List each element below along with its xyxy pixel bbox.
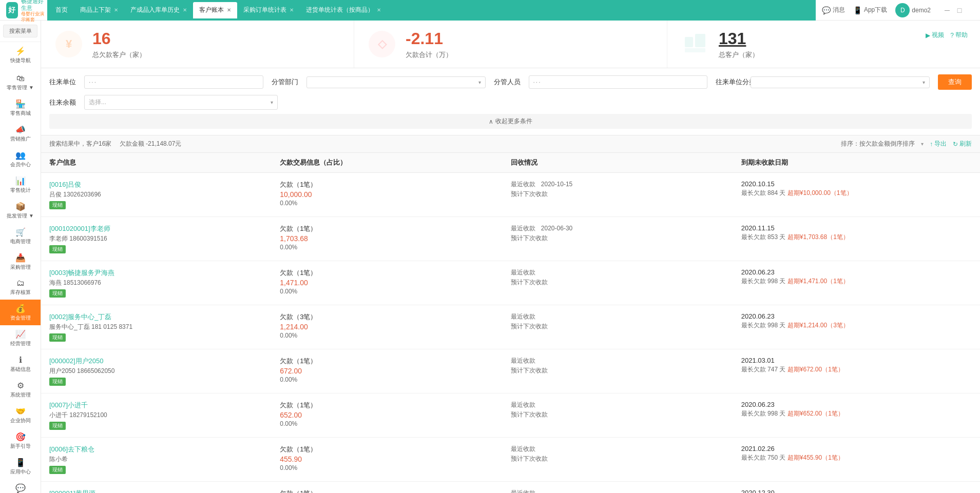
app-download-btn[interactable]: 📱 App下载 — [853, 6, 887, 14]
sort-chevron[interactable]: ▾ — [921, 141, 924, 147]
summary-cards: ¥ 16 总欠款客户（家） ◇ — [41, 21, 980, 68]
due-cell-5: 2020.06.23 最长欠款 998 天 超期¥652.00（1笔） — [741, 401, 972, 418]
overdue-link-4[interactable]: 超期¥672.00（1笔） — [787, 366, 844, 373]
next-collect-2: 预计下次收款 — [511, 278, 741, 287]
total-customers-value: 131 — [719, 29, 759, 48]
debt-amount-1[interactable]: 1,703.68 — [280, 234, 510, 243]
debt-amount-4[interactable]: 672.00 — [280, 367, 510, 375]
table-row: [0007]小进千 小进千 18279152100 现销 欠款（1笔） 652.… — [41, 393, 980, 438]
customer-name-5[interactable]: [0007]小进千 — [49, 401, 280, 410]
debt-amount-6[interactable]: 455.90 — [280, 455, 510, 463]
tab-close-purchase[interactable]: ✕ — [290, 7, 294, 13]
customer-name-0[interactable]: [0016]吕俊 — [49, 180, 280, 189]
from-unit-input[interactable]: ··· — [84, 75, 263, 89]
search-menu-btn[interactable]: 搜索菜单 — [3, 25, 37, 37]
tab-close-products[interactable]: ✕ — [114, 7, 118, 13]
retail-stats-icon: 📊 — [15, 176, 26, 186]
sidebar-item-purchase[interactable]: 📥 采购管理 — [0, 249, 41, 274]
overdue-link-2[interactable]: 超期¥1,471.00（1笔） — [787, 278, 849, 285]
sidebar-item-nav[interactable]: ⚡ 快捷导航 — [0, 42, 41, 68]
customer-phone-2: 海燕 18513066976 — [49, 279, 280, 287]
sidebar-item-retail-mall[interactable]: 🏪 零售商城 — [0, 95, 41, 121]
overdue-link-1[interactable]: 超期¥1,703.68（1笔） — [787, 233, 849, 241]
tab-production[interactable]: 产成品入库单历史 ✕ — [124, 2, 193, 18]
debt-amount-5[interactable]: 652.00 — [280, 411, 510, 419]
customer-name-4[interactable]: [000002]用户2050 — [49, 357, 280, 366]
person-input[interactable]: ··· — [529, 75, 708, 89]
collapse-more-btn[interactable]: ∧ 收起更多条件 — [49, 114, 972, 129]
tab-close-customer[interactable]: ✕ — [227, 7, 231, 13]
tab-customer-account[interactable]: 客户账本 ✕ — [193, 2, 237, 18]
svg-text:¥: ¥ — [66, 37, 72, 50]
card-top-links: ▶ 视频 ? 帮助 — [926, 31, 968, 40]
sidebar-item-marketing[interactable]: 📣 营销推广 — [0, 121, 41, 146]
customer-phone-0: 吕俊 13026203696 — [49, 190, 280, 199]
debt-amount-3[interactable]: 1,214.00 — [280, 323, 510, 331]
search-button[interactable]: 查询 — [938, 74, 972, 90]
overdue-link-5[interactable]: 超期¥652.00（1笔） — [787, 410, 844, 417]
sidebar-item-retail-stats[interactable]: 📊 零售统计 — [0, 172, 41, 198]
table-row: [0002]服务中心_丁磊 服务中心_丁磊 181 0125 8371 现销 欠… — [41, 305, 980, 349]
tab-purchase-stats[interactable]: 进货单统计表（按商品） ✕ — [300, 2, 387, 18]
sidebar-item-wholesale[interactable]: 📦 批发管理 ▼ — [0, 198, 41, 223]
sidebar-item-guide[interactable]: 🎯 新手引导 — [0, 428, 41, 453]
maximize-btn[interactable]: □ — [955, 6, 964, 14]
debt-percent-2: 0.00% — [280, 288, 510, 295]
dept-label: 分管部门 — [272, 77, 302, 87]
total-debt-label: 欠款合计（万） — [406, 50, 452, 60]
sidebar-item-system[interactable]: ⚙ 系统管理 — [0, 377, 41, 402]
overdue-info-1: 最长欠款 853 天 超期¥1,703.68（1笔） — [741, 233, 972, 242]
tab-products[interactable]: 商品上下架 ✕ — [74, 2, 124, 18]
sidebar-item-apps[interactable]: 📱 应用中心 — [0, 453, 41, 479]
sidebar-item-retail-mgmt[interactable]: 🛍 零售管理 ▼ — [0, 70, 41, 95]
export-btn[interactable]: ↑ 导出 — [930, 140, 947, 148]
debt-cell-5: 欠款（1笔） 652.00 0.00% — [280, 401, 510, 427]
user-menu[interactable]: D demo2 — [895, 3, 931, 17]
customer-phone-6: 陈小希 — [49, 455, 280, 464]
minimize-btn[interactable]: ─ — [943, 6, 951, 14]
tab-purchase-order[interactable]: 采购订单统计表 ✕ — [237, 2, 300, 18]
sort-label: 排序：按欠款金额倒序排序 — [841, 140, 915, 148]
unit-category-select[interactable]: ▾ — [751, 76, 930, 88]
filter-area: 往来单位 ··· 分管部门 ▾ 分管人员 — [41, 68, 980, 135]
sidebar-item-wechat[interactable]: 💬 企业微信 — [0, 479, 41, 493]
table-row: [0006]去下粮仓 陈小希 现销 欠款（1笔） 455.90 0.00% 最近… — [41, 438, 980, 482]
sidebar-item-finance[interactable]: 💰 资金管理 — [0, 300, 41, 325]
customer-name-1[interactable]: [0001020001]李老师 — [49, 224, 280, 233]
refresh-btn[interactable]: ↻ 刷新 — [953, 140, 972, 148]
customer-name-2[interactable]: [0003]畅捷服务尹海燕 — [49, 268, 280, 278]
dept-select[interactable]: ▾ — [306, 76, 486, 88]
help-link[interactable]: ? 帮助 — [950, 31, 968, 40]
due-date-6: 2021.02.26 — [741, 445, 972, 452]
table-header: 客户信息 欠款交易信息（占比） 回收情况 到期未收款日期 — [41, 153, 980, 173]
message-btn[interactable]: 💬 消息 — [822, 6, 845, 14]
customer-name-7[interactable]: [000001]黄思源 — [49, 489, 280, 493]
sidebar-item-members[interactable]: 👥 会员中心 — [0, 146, 41, 172]
overdue-link-3[interactable]: 超期¥1,214.00（3笔） — [787, 322, 849, 329]
tab-home[interactable]: 首页 — [49, 2, 74, 18]
sidebar-item-inventory[interactable]: 🗂 库存核算 — [0, 274, 41, 300]
nav-icon: ⚡ — [15, 46, 26, 56]
debt-cell-2: 欠款（1笔） 1,471.00 0.00% — [280, 268, 510, 295]
overdue-link-0[interactable]: 超期¥10,000.00（1笔） — [787, 189, 853, 196]
video-link[interactable]: ▶ 视频 — [926, 31, 944, 40]
due-date-3: 2020.06.23 — [741, 312, 972, 320]
customer-name-3[interactable]: [0002]服务中心_丁磊 — [49, 312, 280, 322]
balance-dropdown[interactable]: 选择... ▾ — [84, 95, 278, 110]
sidebar-item-collab[interactable]: 🤝 企业协同 — [0, 402, 41, 428]
filter-from-unit: 往来单位 ··· — [49, 75, 263, 89]
sidebar-item-ecommerce[interactable]: 🛒 电商管理 — [0, 223, 41, 249]
tab-close-stats[interactable]: ✕ — [377, 7, 381, 13]
sidebar-item-business[interactable]: 📈 经营管理 — [0, 325, 41, 351]
debt-amount-0[interactable]: 10,000.00 — [280, 190, 510, 199]
total-customers-card-icon — [680, 29, 710, 60]
customer-name-6[interactable]: [0006]去下粮仓 — [49, 445, 280, 454]
debt-amount-2[interactable]: 1,471.00 — [280, 279, 510, 287]
overdue-link-6[interactable]: 超期¥455.90（1笔） — [787, 454, 844, 461]
top-bar: 好 畅捷通好生意 母婴行业演示账套 首页 商品上下架 ✕ 产成品入库单历史 ✕ … — [0, 0, 980, 21]
sidebar-item-basic-info[interactable]: ℹ 基础信息 — [0, 351, 41, 377]
svg-rect-6 — [685, 48, 705, 52]
dept-chevron: ▾ — [478, 80, 481, 85]
tab-close-production[interactable]: ✕ — [183, 7, 187, 13]
system-icon: ⚙ — [17, 381, 24, 390]
